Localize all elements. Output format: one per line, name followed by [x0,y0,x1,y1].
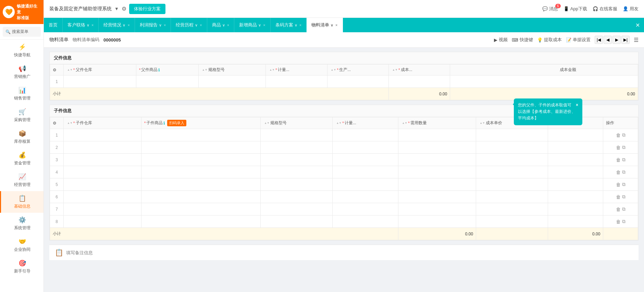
child-row-3-price[interactable] [476,154,548,166]
child-row-4-spec[interactable] [261,166,333,178]
tooltip-close-button[interactable]: × [576,102,578,108]
sidebar-item-marketing[interactable]: 📢 营销推广 [0,61,44,83]
sidebar-item-operation[interactable]: 📈 经营管理 [0,170,44,191]
parent-row-1-cost[interactable] [389,75,450,88]
child-row-8-price[interactable] [476,215,548,228]
child-row-1-price[interactable] [476,129,548,141]
parent-row-1-warehouse[interactable] [64,75,136,88]
child-row-8-warehouse[interactable] [64,215,141,228]
child-row-2-warehouse[interactable] [64,141,141,154]
child-row-1-goods[interactable] [141,129,260,141]
child-row-1-delete[interactable]: 🗑 [616,132,621,138]
child-row-6-delete[interactable]: 🗑 [616,194,621,200]
child-row-3-qty[interactable] [398,154,476,166]
child-row-8-spec[interactable] [261,215,333,228]
child-row-5-delete[interactable]: 🗑 [616,182,621,187]
child-qty-sort[interactable]: ▲▼ [402,121,407,125]
tab-bom[interactable]: 物料清单 ∨ × [307,18,343,32]
view-video-button[interactable]: ▶ 视频 [494,37,508,43]
child-row-7-unit[interactable] [333,203,398,215]
child-row-7-goods[interactable] [141,203,260,215]
tab-customer[interactable]: 客户联络 ∨ × [63,18,99,32]
unit-sort[interactable]: ▲▼ [269,68,275,71]
tab-history-close[interactable]: × [200,23,202,27]
child-goods-info-icon[interactable]: ℹ [163,121,165,126]
parent-row-1-goods[interactable] [136,75,198,88]
sidebar-item-purchase[interactable]: 🛒 采购管理 [0,105,44,126]
child-row-2-price[interactable] [476,141,548,154]
sidebar-item-quick-nav[interactable]: ⚡ 快捷导航 [0,40,44,61]
tab-profit-close[interactable]: × [164,23,166,27]
parent-col-settings[interactable]: ⚙ [50,65,64,75]
scan-input-badge[interactable]: 扫码录入 [167,120,186,126]
last-record-button[interactable]: ▶| [621,36,630,44]
child-row-5-warehouse[interactable] [64,178,141,191]
sidebar-item-guide[interactable]: 🎯 新手引导 [0,256,44,278]
sidebar-item-finance[interactable]: 💰 资金管理 [0,148,44,170]
child-row-4-delete[interactable]: 🗑 [616,170,621,175]
child-row-1-warehouse[interactable] [64,129,141,141]
sidebar-item-basic-info[interactable]: 📋 基础信息 [0,191,44,213]
tab-history[interactable]: 经营历程 ∨ × [171,18,207,32]
child-row-2-copy[interactable]: ⧉ [622,144,626,150]
child-row-7-price[interactable] [476,203,548,215]
tab-barcode-close[interactable]: × [299,23,301,27]
tab-customer-close[interactable]: × [91,23,94,27]
child-row-8-delete[interactable]: 🗑 [616,219,621,224]
sidebar-item-inventory[interactable]: 📦 库存核算 [0,126,44,148]
child-row-2-unit[interactable] [333,141,398,154]
child-row-7-spec[interactable] [261,203,333,215]
extract-cost-button[interactable]: 💡 提取成本 [537,37,562,43]
sidebar-item-system[interactable]: ⚙️ 系统管理 [0,213,44,234]
tab-home[interactable]: 首页 [44,18,63,32]
child-row-8-qty[interactable] [398,215,476,228]
message-button[interactable]: 💬 消息 6 [542,6,558,12]
tab-new-goods-close[interactable]: × [263,23,265,27]
child-row-3-copy[interactable]: ⧉ [622,157,626,163]
tab-barcode[interactable]: 条码方案 ∨ × [271,18,307,32]
child-row-5-copy[interactable]: ⧉ [622,182,626,187]
search-menu-button[interactable]: 🔍 搜索菜单 [3,27,41,37]
spec-sort[interactable]: ▲▼ [202,68,208,71]
child-row-3-warehouse[interactable] [64,154,141,166]
child-row-1-qty[interactable] [398,129,476,141]
trial-button[interactable]: 体验行业方案 [129,4,165,14]
child-row-4-warehouse[interactable] [64,166,141,178]
parent-row-1-production[interactable] [327,75,388,88]
child-row-1-copy[interactable]: ⧉ [622,132,626,138]
tab-new-goods[interactable]: 新增商品 ∨ × [234,18,270,32]
child-price-sort[interactable]: ▲▼ [480,121,485,125]
production-sort[interactable]: ▲▼ [331,68,336,71]
close-all-tabs-button[interactable]: ✕ [631,18,644,32]
child-row-3-spec[interactable] [261,154,333,166]
child-row-6-spec[interactable] [261,191,333,203]
child-row-8-copy[interactable]: ⧉ [622,219,626,224]
sidebar-item-collab[interactable]: 🤝 企业协同 [0,234,44,256]
child-warehouse-sort[interactable]: ▲▼ [67,121,73,125]
child-row-2-spec[interactable] [261,141,333,154]
child-row-2-qty[interactable] [398,141,476,154]
child-row-3-unit[interactable] [333,154,398,166]
child-row-6-copy[interactable]: ⧉ [622,194,626,200]
first-record-button[interactable]: |◀ [595,36,603,44]
tab-profit[interactable]: 利润报告 ∨ × [135,18,171,32]
child-row-2-delete[interactable]: 🗑 [616,145,621,150]
remarks-input[interactable] [66,250,633,255]
child-row-4-unit[interactable] [333,166,398,178]
child-spec-sort[interactable]: ▲▼ [264,121,270,125]
child-row-6-goods[interactable] [141,191,260,203]
child-row-5-goods[interactable] [141,178,260,191]
child-row-5-spec[interactable] [261,178,333,191]
goods-info-icon[interactable]: ℹ [158,68,160,72]
child-row-5-unit[interactable] [333,178,398,191]
next-record-button[interactable]: ▶ [612,36,621,44]
child-row-4-copy[interactable]: ⧉ [622,169,626,175]
child-row-6-qty[interactable] [398,191,476,203]
sidebar-item-sales[interactable]: 📊 销售管理 [0,83,44,105]
online-service-button[interactable]: 🎧 在线客服 [593,6,617,12]
child-row-5-price[interactable] [476,178,548,191]
prev-record-button[interactable]: ◀ [604,36,612,44]
tab-business-status[interactable]: 经营情况 ∨ × [99,18,135,32]
app-download-button[interactable]: 📱 App下载 [564,6,587,12]
child-row-7-delete[interactable]: 🗑 [616,207,621,212]
